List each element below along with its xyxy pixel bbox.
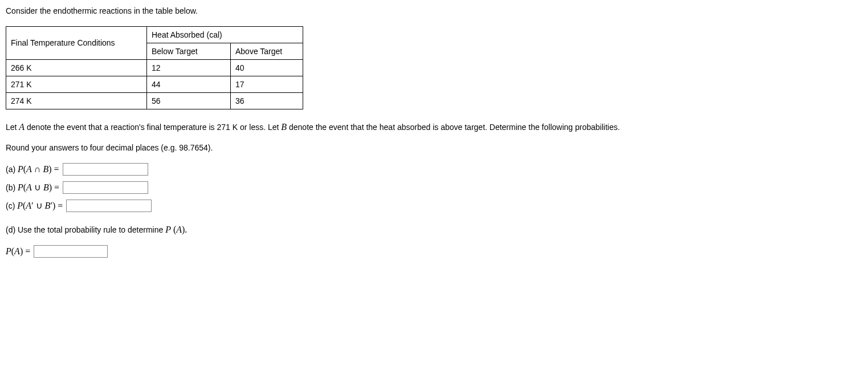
cell-below: 12 [147,59,231,76]
cell-below: 56 [147,92,231,109]
table-row: 274 K 56 36 [6,92,303,109]
cell-below: 44 [147,76,231,92]
header-heat-absorbed: Heat Absorbed (cal) [147,26,303,43]
question-d-text: (d) Use the total probability rule to de… [6,223,861,236]
cell-above: 36 [231,92,303,109]
subheader-below: Below Target [147,43,231,59]
cell-above: 17 [231,76,303,92]
table-row: 271 K 44 17 [6,76,303,92]
cell-temp: 266 K [6,59,147,76]
subheader-above: Above Target [231,43,303,59]
events-description: Let A denote the event that a reaction's… [6,121,861,133]
question-b: (b) P(A ∪ B) = [6,181,861,194]
cell-temp: 274 K [6,92,147,109]
answer-input-d[interactable] [34,245,108,258]
cell-above: 40 [231,59,303,76]
rounding-instruction: Round your answers to four decimal place… [6,143,861,154]
answer-input-b[interactable] [63,181,148,194]
cell-temp: 271 K [6,76,147,92]
question-a: (a) P(A ∩ B) = [6,163,861,176]
answer-input-a[interactable] [63,163,148,176]
question-c: (c) P(A′ ∪ B′) = [6,200,861,212]
intro-text: Consider the endothermic reactions in th… [6,6,861,17]
table-row: 266 K 12 40 [6,59,303,76]
answer-input-c[interactable] [66,200,152,212]
question-d: P(A) = [6,245,861,258]
reactions-table: Final Temperature Conditions Heat Absorb… [6,26,303,109]
header-final-temp: Final Temperature Conditions [6,26,147,59]
